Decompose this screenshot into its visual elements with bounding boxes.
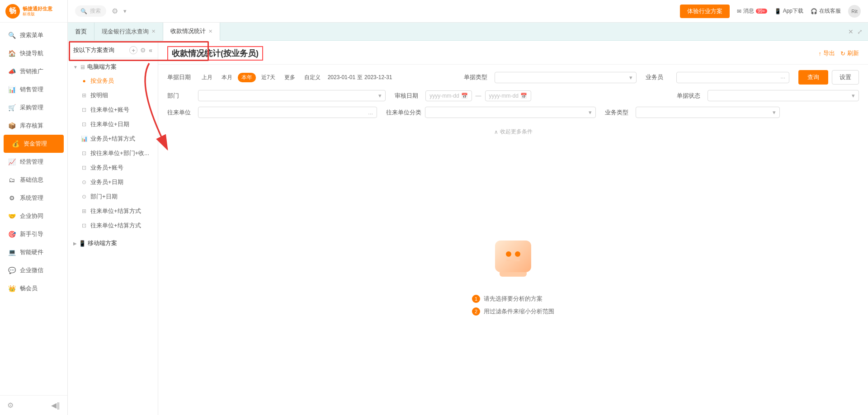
partner-label: 往来单位 <box>167 108 194 117</box>
sidebar-nav: 🔍 搜索菜单 🏠 快捷导航 📣 营销推广 📊 销售管理 🛒 采购管理 📦 <box>0 23 67 395</box>
robot-eyes <box>506 251 520 257</box>
scheme-settings-icon[interactable]: ⚙ <box>140 47 146 54</box>
export-icon: ↑ <box>819 50 822 57</box>
sidebar-item-member[interactable]: 👑 畅会员 <box>0 279 67 297</box>
scheme-item-by-salesperson[interactable]: ● 按业务员 <box>68 74 158 88</box>
doc-type-label: 单据类型 <box>464 73 491 81</box>
ps2-icon: ⊡ <box>80 222 88 229</box>
robot-eye-right <box>515 251 520 257</box>
scheme-item-salesperson-date[interactable]: ⊙ 业务员+日期 <box>68 175 158 189</box>
trial-button[interactable]: 体验行业方案 <box>680 5 730 18</box>
sidebar-item-corp[interactable]: 🤝 企业协同 <box>0 207 67 225</box>
tab-maximize-icon[interactable]: ⤢ <box>857 28 863 35</box>
scheme-item-partner-settle2[interactable]: ⊡ 往来单位+结算方式 <box>68 218 158 233</box>
scheme-item-partner-date[interactable]: ⊡ 往来单位+日期 <box>68 117 158 132</box>
hardware-icon: 💻 <box>7 248 16 257</box>
date-tab-thismonth[interactable]: 本月 <box>218 73 236 82</box>
corp-icon: 🤝 <box>7 212 16 221</box>
partner-category-label: 往来单位分类 <box>386 108 421 117</box>
partner-more-icon[interactable]: ... <box>368 109 373 116</box>
filter-row-1: 单据日期 上月 本月 本年 近7天 更多 自定义 2023-01-01 <box>167 70 859 85</box>
footer-settings-icon[interactable]: ⚙ <box>7 401 14 410</box>
wechat-icon: 💬 <box>7 266 16 275</box>
sidebar-item-wechat[interactable]: 💬 企业微信 <box>0 261 67 279</box>
date-tab-lastmonth[interactable]: 上月 <box>198 73 216 82</box>
scheme-add-icon[interactable]: + <box>129 46 137 54</box>
sidebar-item-system[interactable]: ⚙ 系统管理 <box>0 189 67 207</box>
doc-status-label: 单据状态 <box>677 92 704 100</box>
sidebar-item-purchase[interactable]: 🛒 采购管理 <box>0 99 67 117</box>
scheme-group-desktop-title[interactable]: ▼ 🖥 电脑端方案 <box>68 60 158 74</box>
app-download-action[interactable]: 📱 App下载 <box>774 7 803 15</box>
sidebar-item-search-menu[interactable]: 🔍 搜索菜单 <box>0 26 67 44</box>
query-button[interactable]: 查询 <box>798 70 828 85</box>
scheme-item-dept-date[interactable]: ⊙ 部门+日期 <box>68 189 158 204</box>
refresh-icon: ↻ <box>840 50 845 57</box>
date-tab-thisyear[interactable]: 本年 <box>238 73 256 82</box>
top-header: 🔍 搜索 ⚙ ▾ 体验行业方案 ✉ 消息 99+ 📱 App下载 🎧 <box>68 0 868 23</box>
date-tab-custom[interactable]: 自定义 <box>301 73 324 82</box>
sidebar-item-sales[interactable]: 📊 销售管理 <box>0 80 67 99</box>
doc-status-select[interactable]: ▾ <box>708 90 859 101</box>
sidebar-item-inventory[interactable]: 📦 库存核算 <box>0 117 67 135</box>
page-title-bar: 收款情况统计(按业务员) ↑ 导出 ↻ 刷新 <box>158 41 868 65</box>
sidebar-item-hardware[interactable]: 💻 智能硬件 <box>0 243 67 261</box>
sidebar-item-finance[interactable]: 💰 资金管理 <box>4 135 64 153</box>
tab-bank-flow-close[interactable]: ✕ <box>151 28 156 34</box>
audit-date-label: 审核日期 <box>395 92 422 100</box>
tip-num-2: 2 <box>472 307 480 316</box>
scheme-group-mobile-title[interactable]: ▶ 📱 移动端方案 <box>68 236 158 250</box>
tab-bank-flow[interactable]: 现金银行流水查询 ✕ <box>94 23 163 41</box>
collapse-icon: ∧ <box>494 129 498 135</box>
partner-select[interactable]: ... <box>198 107 377 118</box>
sidebar-item-marketing[interactable]: 📣 营销推广 <box>0 62 67 80</box>
sidebar-item-operation[interactable]: 📈 经营管理 <box>0 153 67 171</box>
page-title: 收款情况统计(按业务员) <box>167 46 263 61</box>
salesperson-select[interactable]: ··· <box>676 72 789 83</box>
footer-collapse-icon[interactable]: ◀‖ <box>51 401 60 410</box>
empty-tips: 1 请先选择要分析的方案 2 用过滤条件来缩小分析范围 <box>472 295 554 320</box>
empty-illustration <box>486 241 540 286</box>
scheme-item-partner-settle1[interactable]: ⊞ 往来单位+结算方式 <box>68 204 158 218</box>
partner-category-arrow: ▾ <box>589 109 592 116</box>
audit-date-from[interactable]: yyyy-mm-dd 📅 <box>425 90 472 101</box>
doc-type-select[interactable]: ▾ <box>495 72 637 83</box>
empty-area: 1 请先选择要分析的方案 2 用过滤条件来缩小分析范围 <box>158 146 868 415</box>
messages-action[interactable]: ✉ 消息 99+ <box>737 7 767 15</box>
user-avatar[interactable]: Rit <box>848 5 861 18</box>
partner-category-select[interactable]: ▾ <box>425 107 596 118</box>
export-button[interactable]: ↑ 导出 <box>819 49 835 57</box>
biz-type-select[interactable]: ▾ <box>636 107 780 118</box>
sidebar-item-guide[interactable]: 🎯 新手引导 <box>0 225 67 243</box>
scheme-item-by-detail[interactable]: ⊞ 按明细 <box>68 88 158 103</box>
purchase-icon: 🛒 <box>7 103 16 112</box>
tab-close-all-icon[interactable]: ✕ <box>848 28 854 35</box>
salesperson-more-icon[interactable]: ··· <box>780 74 785 81</box>
settings-button[interactable]: 设置 <box>832 70 859 85</box>
sidebar-item-basic[interactable]: 🗂 基础信息 <box>0 171 67 189</box>
scheme-item-salesperson-settle[interactable]: 📊 业务员+结算方式 <box>68 132 158 146</box>
audit-date-to[interactable]: yyyy-mm-dd 📅 <box>485 90 531 101</box>
scheme-item-partner-dept-collect[interactable]: ⊡ 按往来单位+部门+收... <box>68 146 158 160</box>
refresh-button[interactable]: ↻ 刷新 <box>840 49 859 57</box>
dept-select[interactable]: ▾ <box>198 90 386 101</box>
online-service-action[interactable]: 🎧 在线客服 <box>811 7 841 15</box>
tab-home[interactable]: 首页 <box>68 23 94 41</box>
sidebar-item-quick-nav[interactable]: 🏠 快捷导航 <box>0 44 67 62</box>
dept-arrow: ▾ <box>378 92 382 99</box>
tab-collection-stat-close[interactable]: ✕ <box>208 28 212 34</box>
scheme-item-salesperson-account[interactable]: ⊡ 业务员+账号 <box>68 160 158 175</box>
filter-date: 单据日期 上月 本月 本年 近7天 更多 自定义 2023-01-01 <box>167 73 455 82</box>
dept-label: 部门 <box>167 92 194 100</box>
scheme-collapse-icon[interactable]: « <box>149 47 152 54</box>
collapse-label: 收起更多条件 <box>500 128 533 136</box>
header-dropdown-icon[interactable]: ▾ <box>123 8 127 14</box>
header-settings-icon[interactable]: ⚙ <box>112 7 118 15</box>
header-search[interactable]: 🔍 搜索 <box>75 5 106 17</box>
date-tab-7days[interactable]: 近7天 <box>258 73 279 82</box>
collapse-bar[interactable]: ∧ 收起更多条件 <box>167 123 859 140</box>
tab-collection-stat[interactable]: 收款情况统计 ✕ <box>163 23 220 41</box>
scheme-item-partner-account[interactable]: ⊡ 往来单位+账号 <box>68 103 158 117</box>
date-tab-more[interactable]: 更多 <box>281 73 299 82</box>
filter-audit-date: 审核日期 yyyy-mm-dd 📅 — yyyy-mm-dd 📅 <box>395 90 668 101</box>
